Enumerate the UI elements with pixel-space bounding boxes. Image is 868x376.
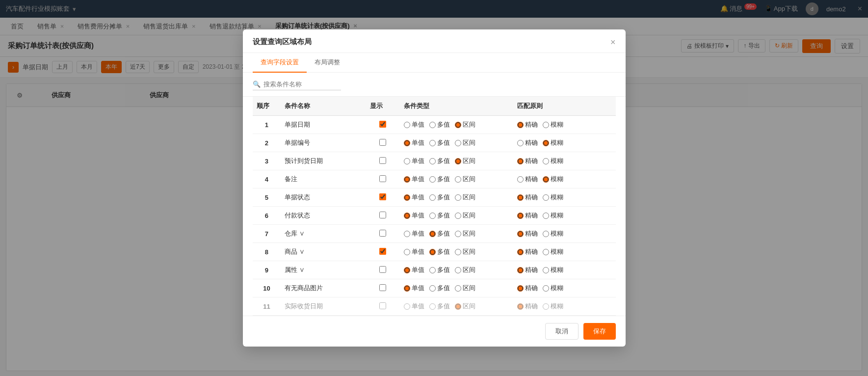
cell-display[interactable] bbox=[366, 261, 400, 279]
type-radio-label[interactable]: 多值 bbox=[429, 175, 450, 184]
match-radio-label[interactable]: 模糊 bbox=[543, 175, 563, 184]
type-radio-label[interactable]: 多值 bbox=[429, 193, 450, 202]
display-checkbox[interactable] bbox=[379, 284, 386, 291]
type-radio[interactable] bbox=[404, 267, 410, 273]
match-radio-label[interactable]: 模糊 bbox=[543, 193, 563, 202]
match-radio-label[interactable]: 精确 bbox=[517, 120, 538, 129]
match-radio-label[interactable]: 模糊 bbox=[543, 247, 563, 256]
type-radio[interactable] bbox=[455, 122, 461, 128]
type-radio[interactable] bbox=[429, 176, 436, 183]
cell-display[interactable] bbox=[366, 188, 400, 207]
type-radio-label[interactable]: 区间 bbox=[455, 157, 475, 165]
match-radio-label[interactable]: 模糊 bbox=[543, 302, 563, 311]
cancel-button[interactable]: 取消 bbox=[545, 323, 579, 340]
cell-display[interactable] bbox=[366, 225, 400, 243]
type-radio-label[interactable]: 多值 bbox=[429, 302, 450, 311]
match-radio-label[interactable]: 精确 bbox=[517, 157, 538, 165]
type-radio-label[interactable]: 单值 bbox=[404, 193, 424, 202]
match-radio-label[interactable]: 模糊 bbox=[543, 138, 563, 147]
modal-close-button[interactable]: × bbox=[610, 38, 616, 47]
type-radio[interactable] bbox=[429, 285, 436, 292]
search-input[interactable] bbox=[263, 81, 337, 88]
display-checkbox[interactable] bbox=[379, 157, 386, 164]
cell-display[interactable] bbox=[366, 279, 400, 297]
display-checkbox[interactable] bbox=[379, 248, 386, 255]
type-radio[interactable] bbox=[429, 231, 436, 237]
match-radio-label[interactable]: 精确 bbox=[517, 229, 538, 238]
match-radio[interactable] bbox=[517, 176, 524, 183]
type-radio[interactable] bbox=[404, 285, 410, 292]
match-radio[interactable] bbox=[517, 231, 524, 237]
display-checkbox[interactable] bbox=[379, 121, 386, 128]
type-radio-label[interactable]: 多值 bbox=[429, 138, 450, 147]
type-radio[interactable] bbox=[404, 249, 410, 255]
match-radio[interactable] bbox=[517, 267, 524, 273]
cell-display[interactable] bbox=[366, 152, 400, 170]
type-radio[interactable] bbox=[404, 158, 410, 164]
type-radio-label[interactable]: 区间 bbox=[455, 120, 475, 129]
type-radio[interactable] bbox=[455, 285, 461, 292]
type-radio[interactable] bbox=[429, 267, 436, 273]
type-radio[interactable] bbox=[404, 194, 410, 201]
type-radio[interactable] bbox=[429, 213, 436, 219]
modal-tab-layout[interactable]: 布局调整 bbox=[307, 53, 348, 73]
type-radio[interactable] bbox=[404, 140, 410, 146]
match-radio[interactable] bbox=[543, 158, 549, 164]
match-radio[interactable] bbox=[543, 231, 549, 237]
type-radio-label[interactable]: 多值 bbox=[429, 229, 450, 238]
type-radio-label[interactable]: 多值 bbox=[429, 211, 450, 220]
type-radio-label[interactable]: 区间 bbox=[455, 175, 475, 184]
display-checkbox[interactable] bbox=[379, 139, 386, 146]
type-radio[interactable] bbox=[455, 213, 461, 219]
match-radio[interactable] bbox=[517, 285, 524, 292]
save-button[interactable]: 保存 bbox=[583, 323, 616, 340]
type-radio[interactable] bbox=[404, 213, 410, 219]
type-radio-label[interactable]: 单值 bbox=[404, 284, 424, 293]
match-radio[interactable] bbox=[517, 249, 524, 255]
type-radio-label[interactable]: 单值 bbox=[404, 175, 424, 184]
match-radio-label[interactable]: 模糊 bbox=[543, 120, 563, 129]
type-radio-label[interactable]: 单值 bbox=[404, 138, 424, 147]
match-radio-label[interactable]: 模糊 bbox=[543, 266, 563, 274]
match-radio[interactable] bbox=[517, 122, 524, 128]
match-radio[interactable] bbox=[543, 140, 549, 146]
match-radio[interactable] bbox=[543, 213, 549, 219]
type-radio[interactable] bbox=[404, 231, 410, 237]
match-radio[interactable] bbox=[543, 285, 549, 292]
cell-display[interactable] bbox=[366, 297, 400, 316]
type-radio[interactable] bbox=[455, 194, 461, 201]
type-radio-label[interactable]: 单值 bbox=[404, 247, 424, 256]
match-radio[interactable] bbox=[543, 176, 549, 183]
type-radio-label[interactable]: 单值 bbox=[404, 120, 424, 129]
cell-display[interactable] bbox=[366, 207, 400, 225]
cell-display[interactable] bbox=[366, 243, 400, 261]
type-radio-label[interactable]: 区间 bbox=[455, 284, 475, 293]
display-checkbox[interactable] bbox=[379, 302, 386, 309]
type-radio[interactable] bbox=[455, 249, 461, 255]
type-radio[interactable] bbox=[429, 122, 436, 128]
display-checkbox[interactable] bbox=[379, 212, 386, 218]
cell-display[interactable] bbox=[366, 170, 400, 188]
type-radio-label[interactable]: 单值 bbox=[404, 302, 424, 311]
match-radio[interactable] bbox=[543, 122, 549, 128]
type-radio-label[interactable]: 区间 bbox=[455, 193, 475, 202]
match-radio[interactable] bbox=[543, 194, 549, 201]
match-radio-label[interactable]: 模糊 bbox=[543, 229, 563, 238]
match-radio[interactable] bbox=[517, 303, 524, 310]
match-radio-label[interactable]: 精确 bbox=[517, 138, 538, 147]
match-radio-label[interactable]: 精确 bbox=[517, 284, 538, 293]
type-radio-label[interactable]: 多值 bbox=[429, 247, 450, 256]
type-radio-label[interactable]: 区间 bbox=[455, 266, 475, 274]
type-radio-label[interactable]: 单值 bbox=[404, 157, 424, 165]
cell-display[interactable] bbox=[366, 116, 400, 134]
type-radio-label[interactable]: 多值 bbox=[429, 266, 450, 274]
match-radio[interactable] bbox=[517, 140, 524, 146]
type-radio-label[interactable]: 多值 bbox=[429, 157, 450, 165]
type-radio[interactable] bbox=[455, 231, 461, 237]
type-radio[interactable] bbox=[429, 140, 436, 146]
type-radio-label[interactable]: 多值 bbox=[429, 120, 450, 129]
match-radio[interactable] bbox=[517, 213, 524, 219]
display-checkbox[interactable] bbox=[379, 266, 386, 273]
display-checkbox[interactable] bbox=[379, 175, 386, 182]
match-radio[interactable] bbox=[517, 194, 524, 201]
